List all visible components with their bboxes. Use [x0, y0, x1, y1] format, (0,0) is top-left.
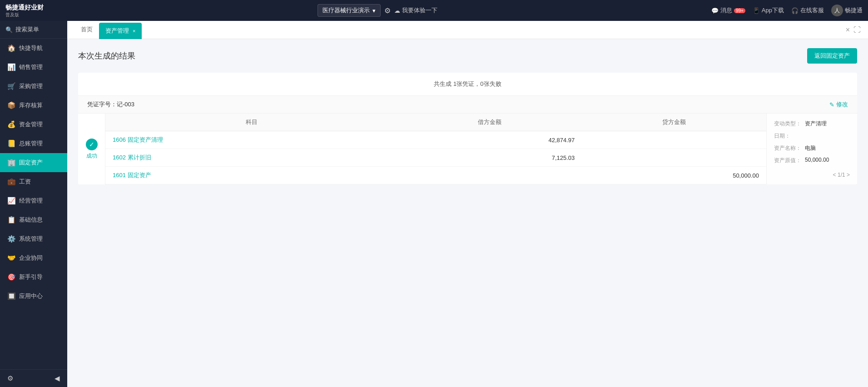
debit-cell-3 — [398, 167, 582, 184]
tab-home-label: 首页 — [81, 25, 93, 34]
app-name: 畅捷通好业财 — [5, 3, 44, 11]
try-button[interactable]: ☁ 我要体验一下 — [394, 6, 437, 15]
success-icon: ✓ — [86, 139, 98, 150]
sales-icon: 📊 — [7, 63, 15, 71]
sidebar-label-business: 经营管理 — [19, 197, 43, 205]
debit-cell-1: 42,874.97 — [398, 131, 582, 149]
messages-label: 消息 — [720, 6, 732, 15]
sidebar-label-basic-info: 基础信息 — [19, 216, 43, 224]
sidebar-bottom: ⚙ ◀ — [0, 369, 67, 387]
sidebar-item-fixed-assets[interactable]: 🏢 固定资产 — [0, 153, 67, 172]
sidebar-label-system: 系统管理 — [19, 235, 43, 243]
funds-icon: 💰 — [7, 120, 15, 129]
credit-cell-2 — [582, 149, 766, 167]
app-download-label: App下载 — [762, 6, 784, 15]
debit-cell-2: 7,125.03 — [398, 149, 582, 167]
voucher-number: 凭证字号：记-003 — [87, 100, 134, 109]
asset-name-label: 资产名称： — [774, 144, 801, 152]
app-logo: 畅捷通好业财 普及版 — [5, 3, 44, 17]
sidebar-label-salary: 工资 — [19, 178, 31, 186]
page-info: 1/1 — [838, 172, 847, 178]
window-expand-button[interactable]: ⛶ — [853, 26, 861, 34]
sidebar-item-app-center[interactable]: 🔲 应用中心 — [0, 287, 67, 306]
cloud-icon: ☁ — [394, 7, 400, 14]
sidebar-label-enterprise: 企业协同 — [19, 254, 43, 262]
sidebar-item-basic-info[interactable]: 📋 基础信息 — [0, 210, 67, 229]
sidebar-label-funds: 资金管理 — [19, 120, 43, 129]
user-item[interactable]: 人 畅捷通 — [831, 5, 863, 16]
original-value-value: 50,000.00 — [805, 157, 829, 164]
sidebar-label-inventory: 库存核算 — [19, 101, 43, 109]
messages-badge: 99+ — [734, 8, 745, 13]
company-selector[interactable]: 医疗器械行业演示 ▾ — [317, 4, 381, 17]
top-bar-left: 畅捷通好业财 普及版 — [5, 3, 44, 17]
pagination[interactable]: < 1/1 > — [774, 172, 850, 178]
edit-label: 修改 — [836, 100, 848, 109]
app-edition: 普及版 — [5, 12, 44, 18]
table-row: 1606 固定资产清理 42,874.97 — [105, 131, 766, 149]
sidebar-item-business[interactable]: 📈 经营管理 — [0, 191, 67, 210]
sidebar-item-quick-nav[interactable]: 🏠 快捷导航 — [0, 39, 67, 58]
subject-cell-2: 1602 累计折旧 — [105, 149, 398, 167]
salary-icon: 💼 — [7, 178, 15, 186]
search-label: 搜索菜单 — [15, 25, 39, 34]
date-row: 日期： — [774, 132, 850, 140]
col-subject: 科目 — [105, 114, 398, 131]
sidebar-item-inventory[interactable]: 📦 库存核算 — [0, 96, 67, 115]
credit-cell-3: 50,000.00 — [582, 167, 766, 184]
sidebar-label-fixed-assets: 固定资产 — [19, 159, 43, 167]
sidebar-item-enterprise[interactable]: 🤝 企业协同 — [0, 248, 67, 268]
home-icon: 🏠 — [7, 44, 15, 52]
col-debit: 借方金额 — [398, 114, 582, 131]
tab-asset-mgmt[interactable]: 资产管理 × — [99, 23, 142, 39]
sidebar-item-ledger[interactable]: 📒 总账管理 — [0, 134, 67, 153]
content-area: 首页 资产管理 × × ⛶ 本次生成的结果 返回固定资产 共生成 1张凭证，0张… — [67, 21, 868, 387]
sidebar: 🔍 搜索菜单 🏠 快捷导航 📊 销售管理 🛒 采购管理 📦 库存核算 💰 资金管… — [0, 21, 67, 387]
change-type-label: 变动类型： — [774, 120, 801, 128]
settings-icon[interactable]: ⚙ — [384, 6, 391, 15]
messages-item[interactable]: 💬 消息 99+ — [711, 6, 745, 15]
sidebar-label-guide: 新手引导 — [19, 273, 43, 281]
chevron-down-icon: ▾ — [372, 7, 376, 14]
sidebar-item-salary[interactable]: 💼 工资 — [0, 172, 67, 191]
app-center-icon: 🔲 — [7, 292, 15, 300]
headset-icon: 🎧 — [791, 7, 799, 14]
next-page-icon[interactable]: > — [847, 172, 850, 178]
sidebar-label-app-center: 应用中心 — [19, 292, 43, 300]
online-service-item[interactable]: 🎧 在线客服 — [791, 6, 824, 15]
tab-close-icon[interactable]: × — [133, 28, 135, 34]
return-button[interactable]: 返回固定资产 — [807, 48, 857, 64]
sidebar-item-purchase[interactable]: 🛒 采购管理 — [0, 77, 67, 96]
prev-page-icon[interactable]: < — [833, 172, 836, 178]
side-panel: 变动类型： 资产清理 日期： 资产名称： 电脑 — [766, 114, 857, 184]
basic-info-icon: 📋 — [7, 216, 15, 224]
app-download-item[interactable]: 📱 App下载 — [753, 6, 784, 15]
top-bar-center: 医疗器械行业演示 ▾ ⚙ ☁ 我要体验一下 — [317, 4, 437, 17]
sidebar-item-funds[interactable]: 💰 资金管理 — [0, 115, 67, 134]
tab-bar: 首页 资产管理 × × ⛶ — [67, 21, 868, 39]
edit-button[interactable]: ✎ 修改 — [829, 100, 848, 109]
sidebar-item-system[interactable]: ⚙️ 系统管理 — [0, 229, 67, 248]
top-bar-right: 💬 消息 99+ 📱 App下载 🎧 在线客服 人 畅捷通 — [711, 5, 863, 16]
sidebar-item-sales[interactable]: 📊 销售管理 — [0, 58, 67, 77]
window-close-button[interactable]: × — [846, 26, 850, 34]
online-service-label: 在线客服 — [800, 6, 824, 15]
sidebar-search[interactable]: 🔍 搜索菜单 — [0, 21, 67, 39]
voucher-header: 凭证字号：记-003 ✎ 修改 — [78, 96, 857, 114]
fixed-assets-icon: 🏢 — [7, 159, 15, 167]
table-section: 科目 借方金额 贷方金额 1606 固定资产清理 42,874. — [105, 114, 766, 184]
col-credit: 贷方金额 — [582, 114, 766, 131]
original-value-label: 资产原值： — [774, 157, 801, 164]
sidebar-label-ledger: 总账管理 — [19, 139, 43, 148]
sidebar-item-guide[interactable]: 🎯 新手引导 — [0, 268, 67, 287]
table-row: 1602 累计折旧 7,125.03 — [105, 149, 766, 167]
enterprise-icon: 🤝 — [7, 254, 15, 262]
credit-cell-1 — [582, 131, 766, 149]
edit-icon: ✎ — [829, 101, 834, 108]
tab-home[interactable]: 首页 — [74, 21, 99, 39]
gear-icon[interactable]: ⚙ — [7, 374, 13, 382]
collapse-icon[interactable]: ◀ — [55, 374, 60, 382]
change-type-value: 资产清理 — [805, 120, 827, 128]
voucher-table: 科目 借方金额 贷方金额 1606 固定资产清理 42,874. — [105, 114, 766, 184]
result-summary: 共生成 1张凭证，0张失败 — [78, 73, 857, 96]
